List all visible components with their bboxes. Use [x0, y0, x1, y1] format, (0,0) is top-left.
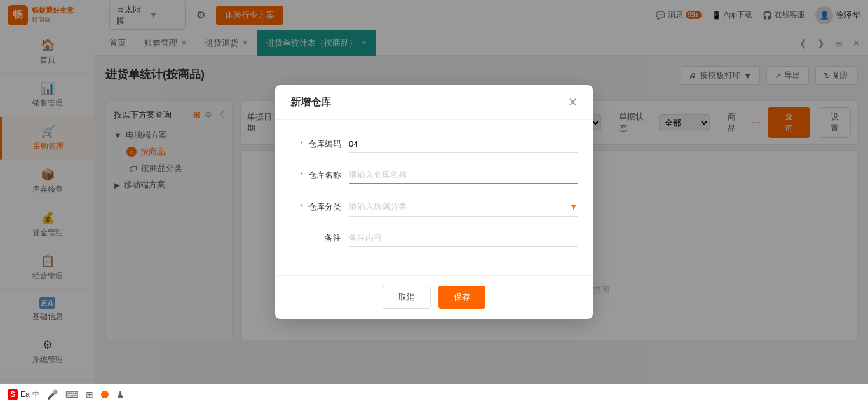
s-icon-bottom: S [8, 389, 18, 400]
warehouse-code-input[interactable] [349, 135, 578, 153]
save-button[interactable]: 保存 [438, 286, 485, 309]
modal-footer: 取消 保存 [275, 275, 593, 319]
warehouse-note-row: 备注 [290, 229, 578, 247]
modal-close-button[interactable]: ✕ [568, 95, 578, 109]
warehouse-name-input[interactable] [349, 166, 578, 184]
category-dropdown-icon: ▼ [569, 202, 578, 212]
warehouse-category-label: * 仓库分类 [290, 201, 341, 213]
s-label-bottom: Ea [20, 390, 30, 399]
chess-icon-bottom[interactable]: ♟ [116, 389, 125, 400]
warehouse-name-row: * 仓库名称 [290, 166, 578, 184]
bottom-bar: S Ea 中 🎤 ⌨ ⊞ ♟ [0, 384, 868, 404]
warehouse-code-label: * 仓库编码 [290, 138, 341, 150]
keyboard-icon-bottom[interactable]: ⌨ [65, 389, 78, 400]
cancel-button[interactable]: 取消 [383, 286, 431, 309]
modal-body: * 仓库编码 * 仓库名称 * 仓库分类 请输入 [275, 120, 593, 275]
modal-title: 新增仓库 [290, 96, 331, 109]
mic-icon-bottom[interactable]: 🎤 [47, 389, 58, 400]
circle-icon-bottom [101, 391, 109, 398]
warehouse-category-row: * 仓库分类 请输入所属分类 ▼ [290, 197, 578, 217]
warehouse-note-input[interactable] [349, 229, 578, 247]
warehouse-code-row: * 仓库编码 [290, 135, 578, 153]
warehouse-category-select[interactable]: 请输入所属分类 ▼ [349, 197, 578, 217]
warehouse-name-label: * 仓库名称 [290, 170, 341, 181]
s-text-bottom: 中 [32, 389, 39, 399]
modal-add-warehouse: 新增仓库 ✕ * 仓库编码 * 仓库名称 [275, 85, 593, 319]
s-logo-bottom: S Ea 中 [8, 389, 39, 400]
grid-icon-bottom[interactable]: ⊞ [86, 389, 93, 400]
modal-header: 新增仓库 ✕ [275, 85, 593, 120]
modal-overlay[interactable]: 新增仓库 ✕ * 仓库编码 * 仓库名称 [0, 0, 868, 404]
warehouse-note-label: 备注 [290, 232, 341, 244]
